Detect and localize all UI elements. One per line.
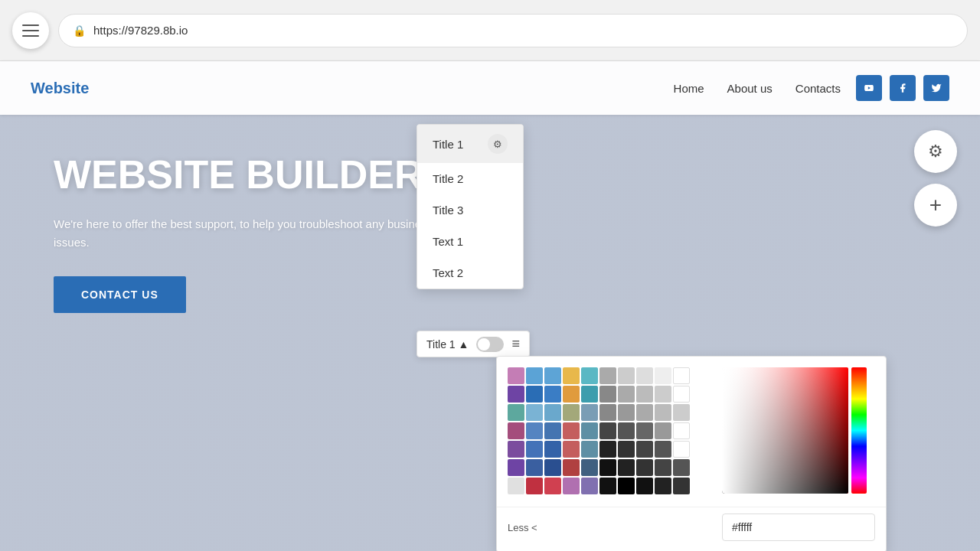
swatch[interactable] — [563, 478, 580, 494]
swatch[interactable] — [544, 459, 561, 476]
swatch[interactable] — [581, 441, 598, 458]
swatch[interactable] — [544, 386, 561, 403]
swatch[interactable] — [508, 404, 524, 421]
swatch[interactable] — [599, 478, 616, 494]
swatch[interactable] — [618, 386, 635, 403]
dropdown-item-text1[interactable]: Text 1 — [417, 226, 523, 257]
dropdown-item-settings-icon[interactable]: ⚙ — [488, 134, 508, 154]
swatch[interactable] — [673, 404, 690, 421]
contact-us-button[interactable]: CONTACT US — [54, 276, 186, 313]
swatch[interactable] — [599, 441, 616, 458]
nav-home[interactable]: Home — [674, 82, 704, 95]
swatch[interactable] — [581, 422, 598, 439]
hero-title: WEBSITE BUILDER — [54, 153, 452, 197]
swatch[interactable] — [618, 404, 635, 421]
swatch[interactable] — [636, 478, 653, 494]
swatch[interactable] — [655, 441, 671, 458]
swatch[interactable] — [618, 367, 635, 384]
swatch[interactable] — [581, 386, 598, 403]
swatch[interactable] — [599, 386, 616, 403]
swatch[interactable] — [673, 459, 690, 476]
swatch[interactable] — [563, 386, 580, 403]
swatch[interactable] — [618, 478, 635, 494]
url-bar[interactable]: 🔒 https://97829.8b.io — [58, 14, 968, 47]
swatch[interactable] — [544, 441, 561, 458]
swatch[interactable] — [544, 422, 561, 439]
youtube-icon[interactable] — [856, 75, 882, 101]
color-picker-top — [497, 357, 886, 507]
swatch[interactable] — [563, 404, 580, 421]
swatch[interactable] — [673, 422, 690, 439]
swatch[interactable] — [526, 404, 543, 421]
swatch[interactable] — [526, 441, 543, 458]
toolbar-toggle[interactable] — [476, 337, 504, 352]
swatch[interactable] — [655, 386, 671, 403]
swatch[interactable] — [526, 367, 543, 384]
less-button[interactable]: Less < — [508, 522, 537, 533]
swatch[interactable] — [655, 478, 671, 494]
swatch[interactable] — [508, 422, 524, 439]
toolbar-align-icon[interactable]: ≡ — [511, 336, 520, 352]
color-spectrum[interactable] — [722, 367, 875, 494]
dropdown-item-title1[interactable]: Title 1 ⚙ — [417, 125, 523, 163]
swatch[interactable] — [581, 478, 598, 494]
swatch[interactable] — [673, 386, 690, 403]
swatch[interactable] — [618, 459, 635, 476]
dropdown-item-title3[interactable]: Title 3 — [417, 194, 523, 226]
swatch[interactable] — [636, 459, 653, 476]
swatch[interactable] — [599, 404, 616, 421]
fab-settings-button[interactable]: ⚙ — [914, 130, 957, 173]
swatch[interactable] — [544, 478, 561, 494]
swatch[interactable] — [526, 422, 543, 439]
swatch[interactable] — [636, 367, 653, 384]
swatch-white[interactable] — [673, 367, 690, 384]
swatch[interactable] — [563, 367, 580, 384]
swatch[interactable] — [581, 459, 598, 476]
swatch[interactable] — [581, 404, 598, 421]
dropdown-item-title2[interactable]: Title 2 — [417, 163, 523, 194]
swatch[interactable] — [581, 367, 598, 384]
url-text: https://97829.8b.io — [93, 24, 188, 37]
swatch[interactable] — [655, 404, 671, 421]
swatch[interactable] — [636, 422, 653, 439]
twitter-icon[interactable] — [923, 75, 949, 101]
swatch[interactable] — [526, 386, 543, 403]
swatch[interactable] — [599, 459, 616, 476]
swatch[interactable] — [508, 441, 524, 458]
swatch[interactable] — [618, 441, 635, 458]
hue-slider[interactable] — [851, 367, 867, 494]
swatch[interactable] — [599, 422, 616, 439]
fab-add-button[interactable]: + — [914, 184, 957, 227]
swatch[interactable] — [563, 441, 580, 458]
swatch[interactable] — [526, 478, 543, 494]
swatch-row-1 — [508, 367, 711, 384]
lock-icon: 🔒 — [73, 24, 86, 37]
format-toolbar: Title 1 ▲ ≡ — [416, 331, 530, 357]
swatch[interactable] — [508, 367, 524, 384]
swatch[interactable] — [508, 478, 524, 494]
swatch[interactable] — [508, 459, 524, 476]
facebook-icon[interactable] — [890, 75, 916, 101]
swatch[interactable] — [636, 386, 653, 403]
swatch[interactable] — [563, 422, 580, 439]
swatch[interactable] — [655, 367, 671, 384]
swatch[interactable] — [636, 441, 653, 458]
swatch[interactable] — [544, 367, 561, 384]
hex-input[interactable] — [722, 514, 875, 541]
dropdown-item-text2[interactable]: Text 2 — [417, 257, 523, 289]
swatch[interactable] — [508, 386, 524, 403]
swatch-row-4 — [508, 422, 711, 439]
swatch[interactable] — [655, 422, 671, 439]
swatch[interactable] — [599, 367, 616, 384]
nav-about[interactable]: About us — [727, 82, 773, 95]
nav-contacts[interactable]: Contacts — [795, 82, 841, 95]
swatch[interactable] — [618, 422, 635, 439]
swatch[interactable] — [673, 478, 690, 494]
swatch[interactable] — [526, 459, 543, 476]
swatch[interactable] — [563, 459, 580, 476]
swatch[interactable] — [673, 441, 690, 458]
swatch[interactable] — [636, 404, 653, 421]
swatch[interactable] — [544, 404, 561, 421]
browser-menu-button[interactable] — [12, 12, 49, 49]
swatch[interactable] — [655, 459, 671, 476]
